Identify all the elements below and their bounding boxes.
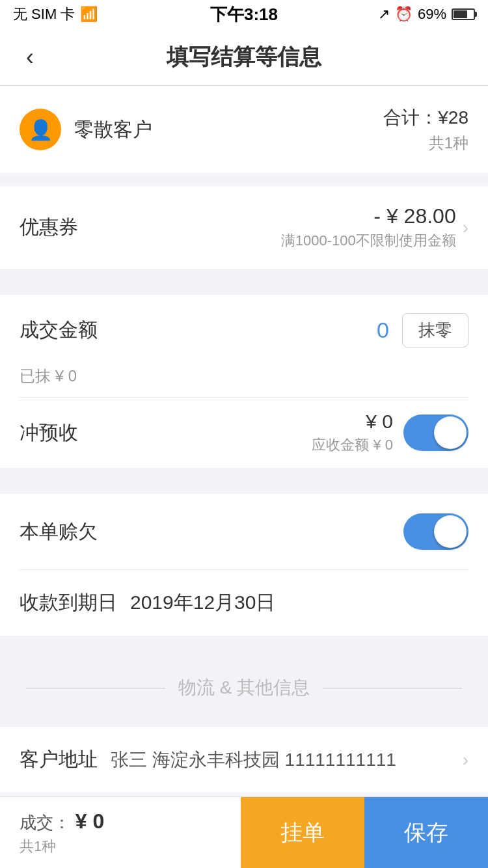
logistics-label: 物流 & 其他信息 (165, 675, 323, 700)
prepay-toggle[interactable] (403, 414, 468, 451)
customer-name: 零散客户 (74, 116, 152, 143)
round-button[interactable]: 抹零 (402, 313, 468, 347)
address-value: 张三 海淀永丰科技园 11111111111 (111, 748, 463, 772)
bottom-trade-amount: ¥ 0 (75, 809, 104, 833)
status-left: 无 SIM 卡 📶 (13, 5, 98, 24)
back-button[interactable]: ‹ (20, 37, 40, 77)
section-gap-4 (0, 714, 488, 727)
status-bar: 无 SIM 卡 📶 下午3:18 ↗ ⏰ 69% (0, 0, 488, 29)
due-date-value: 2019年12月30日 (130, 590, 275, 616)
section-gap-3 (0, 649, 488, 662)
battery-percent: 69% (418, 6, 446, 23)
customer-total: 合计：¥28 共1种 (383, 105, 468, 154)
section-gap-2 (0, 481, 488, 494)
carrier-text: 无 SIM 卡 (13, 5, 75, 24)
due-label: 收款到期日 (20, 590, 117, 616)
amount-right: 0 抹零 (377, 313, 468, 347)
customer-info: 👤 零散客户 (20, 109, 152, 150)
debt-toggle[interactable] (403, 513, 468, 550)
prepay-label: 冲预收 (20, 420, 78, 446)
due-row: 收款到期日 2019年12月30日 (0, 570, 488, 636)
hold-button[interactable]: 挂单 (241, 797, 364, 869)
transaction-card: 成交金额 0 抹零 已抹 ¥ 0 冲预收 ¥ 0 应收金额 ¥ 0 (0, 295, 488, 468)
amount-value: 0 (377, 318, 389, 343)
address-card[interactable]: 客户地址 张三 海淀永丰科技园 11111111111 › (0, 727, 488, 793)
battery-icon (452, 8, 475, 20)
save-button[interactable]: 保存 (364, 797, 488, 869)
address-row[interactable]: 客户地址 张三 海淀永丰科技园 11111111111 › (0, 727, 488, 793)
amount-sub: 已抹 ¥ 0 (0, 366, 488, 397)
location-icon: ↗ (378, 6, 390, 23)
nav-bar: ‹ 填写结算等信息 (0, 29, 488, 86)
customer-card: 👤 零散客户 合计：¥28 共1种 (0, 86, 488, 173)
bottom-bar: 成交： ¥ 0 共1种 挂单 保存 (0, 796, 488, 868)
prepay-row: 冲预收 ¥ 0 应收金额 ¥ 0 (0, 398, 488, 468)
page-title: 填写结算等信息 (167, 42, 321, 72)
prepay-right: ¥ 0 应收金额 ¥ 0 (312, 411, 468, 455)
prepay-amount: ¥ 0 (312, 411, 393, 433)
bottom-trade-label: 成交： (20, 813, 70, 832)
avatar: 👤 (20, 109, 61, 150)
status-right: ↗ ⏰ 69% (378, 6, 475, 23)
section-gap-1 (0, 282, 488, 295)
bottom-count: 共1种 (20, 837, 221, 856)
content: 👤 零散客户 合计：¥28 共1种 优惠券 - ¥ 28.00 满1000-10… (0, 86, 488, 868)
coupon-right: - ¥ 28.00 满1000-100不限制使用金额 › (281, 204, 468, 251)
coupon-card[interactable]: 优惠券 - ¥ 28.00 满1000-100不限制使用金额 › (0, 186, 488, 269)
debt-card: 本单赊欠 收款到期日 2019年12月30日 (0, 494, 488, 636)
coupon-value: - ¥ 28.00 满1000-100不限制使用金额 (281, 204, 456, 251)
logistics-bar: 物流 & 其他信息 (0, 662, 488, 714)
total-count: 共1种 (383, 133, 468, 154)
alarm-icon: ⏰ (395, 6, 413, 23)
toggle-knob (434, 416, 467, 449)
wifi-icon: 📶 (80, 6, 98, 23)
customer-row: 👤 零散客户 合计：¥28 共1种 (0, 86, 488, 173)
bottom-info: 成交： ¥ 0 共1种 (0, 809, 241, 856)
amount-row: 成交金额 0 抹零 (0, 295, 488, 366)
avatar-icon: 👤 (29, 118, 53, 141)
debt-label: 本单赊欠 (20, 519, 98, 545)
chevron-right-icon: › (463, 217, 468, 238)
amount-label: 成交金额 (20, 317, 98, 344)
coupon-desc: 满1000-100不限制使用金额 (281, 231, 456, 251)
total-amount: 合计：¥28 (383, 105, 468, 130)
debt-toggle-knob (434, 515, 467, 548)
prepay-values: ¥ 0 应收金额 ¥ 0 (312, 411, 393, 455)
coupon-row[interactable]: 优惠券 - ¥ 28.00 满1000-100不限制使用金额 › (0, 186, 488, 269)
status-time: 下午3:18 (210, 3, 278, 26)
address-chevron-icon: › (463, 750, 468, 770)
coupon-amount: - ¥ 28.00 (281, 204, 456, 228)
address-label: 客户地址 (20, 746, 98, 773)
debt-row: 本单赊欠 (0, 494, 488, 569)
prepay-sub: 应收金额 ¥ 0 (312, 435, 393, 455)
coupon-label: 优惠券 (20, 214, 78, 241)
bottom-trade-line: 成交： ¥ 0 (20, 809, 221, 834)
